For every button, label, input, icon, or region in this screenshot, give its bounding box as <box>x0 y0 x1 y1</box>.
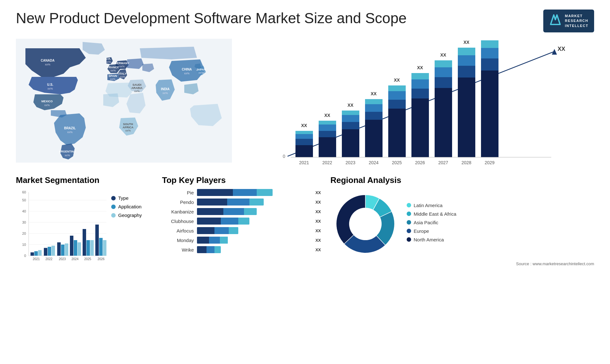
player-name: Pie <box>162 190 194 195</box>
bar-seg-mid <box>233 189 257 196</box>
player-bar-segments <box>197 237 228 244</box>
player-name: Wrike <box>162 247 194 253</box>
svg-rect-63 <box>388 100 406 109</box>
logo-box: MARKET RESEARCH INTELLECT <box>543 10 594 32</box>
seg-label-type: Type <box>118 195 129 201</box>
svg-rect-41 <box>295 131 313 134</box>
svg-text:XX: XX <box>301 123 307 128</box>
regional-legend-item: Latin America <box>407 203 456 208</box>
svg-rect-62 <box>388 109 406 157</box>
player-xx-label: XX <box>315 247 321 252</box>
player-row: KanbanizeXX <box>162 208 321 215</box>
svg-rect-86 <box>481 71 498 157</box>
player-xx-label: XX <box>315 190 321 195</box>
seg-label-application: Application <box>118 204 141 209</box>
bar-seg-mid <box>223 208 244 215</box>
segmentation-inner: 0 10 20 30 40 50 60 <box>16 189 152 268</box>
player-name: Pendo <box>162 199 194 205</box>
svg-text:2023: 2023 <box>59 257 66 261</box>
svg-rect-117 <box>61 245 64 256</box>
bar-seg-mid <box>214 227 229 234</box>
svg-text:xx%: xx% <box>120 75 125 78</box>
player-row: MondayXX <box>162 237 321 244</box>
svg-text:xx%: xx% <box>105 60 111 64</box>
regional-legend-item: Middle East & Africa <box>407 211 456 217</box>
svg-text:2024: 2024 <box>369 160 378 165</box>
svg-rect-50 <box>342 129 359 157</box>
svg-rect-56 <box>365 120 383 157</box>
player-xx-label: XX <box>315 219 321 224</box>
svg-rect-74 <box>435 88 452 157</box>
player-bar <box>197 199 310 206</box>
legend-dot <box>407 229 411 233</box>
svg-text:2027: 2027 <box>438 160 448 165</box>
svg-rect-45 <box>319 131 336 137</box>
svg-rect-125 <box>86 240 90 256</box>
bar-seg-light <box>238 218 249 225</box>
svg-text:0: 0 <box>24 254 26 258</box>
svg-text:xx%: xx% <box>119 65 125 68</box>
svg-text:XX: XX <box>394 78 400 83</box>
page-title: New Product Development Software Market … <box>16 10 407 27</box>
svg-text:INDIA: INDIA <box>161 87 169 91</box>
svg-text:XX: XX <box>324 113 330 118</box>
svg-rect-129 <box>99 238 103 256</box>
bar-chart-svg: XX 0 XX 2021 XX 2022 <box>248 39 594 172</box>
svg-rect-69 <box>411 89 429 98</box>
svg-rect-120 <box>70 236 73 256</box>
svg-text:xx%: xx% <box>67 131 72 134</box>
legend-label: Europe <box>414 228 429 234</box>
bar-seg-light <box>249 199 264 206</box>
svg-rect-81 <box>458 66 475 78</box>
player-bar <box>197 237 310 244</box>
svg-rect-89 <box>481 40 498 48</box>
svg-text:XX: XX <box>371 91 377 96</box>
regional-legend-item: North America <box>407 237 456 242</box>
regional-section: Regional Analysis Latin AmericaMiddle Ea… <box>330 175 594 266</box>
player-bar-segments <box>197 218 249 225</box>
svg-text:60: 60 <box>22 190 26 194</box>
bar-seg-dark <box>197 246 207 253</box>
seg-legend-geography: Geography <box>111 212 142 218</box>
segmentation-title: Market Segmentation <box>16 175 152 185</box>
svg-text:XX: XX <box>464 40 470 45</box>
svg-text:xx%: xx% <box>198 71 204 74</box>
svg-rect-77 <box>435 60 452 67</box>
player-bar-segments <box>197 199 264 206</box>
svg-rect-40 <box>295 134 313 139</box>
svg-text:2025: 2025 <box>392 160 402 165</box>
seg-dot-application <box>111 205 116 209</box>
svg-rect-68 <box>411 98 429 157</box>
svg-text:XX: XX <box>440 52 446 57</box>
svg-text:ITALY: ITALY <box>119 72 127 75</box>
svg-rect-71 <box>411 73 429 79</box>
svg-rect-113 <box>48 247 51 256</box>
svg-rect-82 <box>458 55 475 66</box>
player-xx-label: XX <box>315 238 321 243</box>
svg-rect-110 <box>38 250 42 256</box>
bar-seg-dark <box>197 199 227 206</box>
player-xx-label: XX <box>315 228 321 233</box>
svg-rect-46 <box>319 125 336 131</box>
svg-rect-70 <box>411 79 429 89</box>
svg-text:2029: 2029 <box>485 160 494 165</box>
page: New Product Development Software Market … <box>0 0 610 364</box>
svg-text:xx%: xx% <box>184 72 189 75</box>
svg-rect-80 <box>458 78 475 157</box>
svg-rect-116 <box>57 242 61 256</box>
svg-text:2024: 2024 <box>71 257 79 261</box>
player-xx-label: XX <box>315 200 321 205</box>
svg-text:xx%: xx% <box>110 78 115 81</box>
svg-text:xx%: xx% <box>110 69 116 72</box>
svg-rect-59 <box>365 99 383 104</box>
svg-text:GERMANY: GERMANY <box>115 62 129 65</box>
svg-text:XX: XX <box>417 65 423 70</box>
pie-slice <box>336 195 365 244</box>
svg-text:ARABIA: ARABIA <box>132 86 143 90</box>
player-bar <box>197 227 310 234</box>
player-row: PieXX <box>162 189 321 196</box>
svg-rect-64 <box>388 91 406 100</box>
legend-label: Latin America <box>414 203 443 208</box>
svg-text:40: 40 <box>22 209 26 213</box>
svg-rect-52 <box>342 115 359 122</box>
